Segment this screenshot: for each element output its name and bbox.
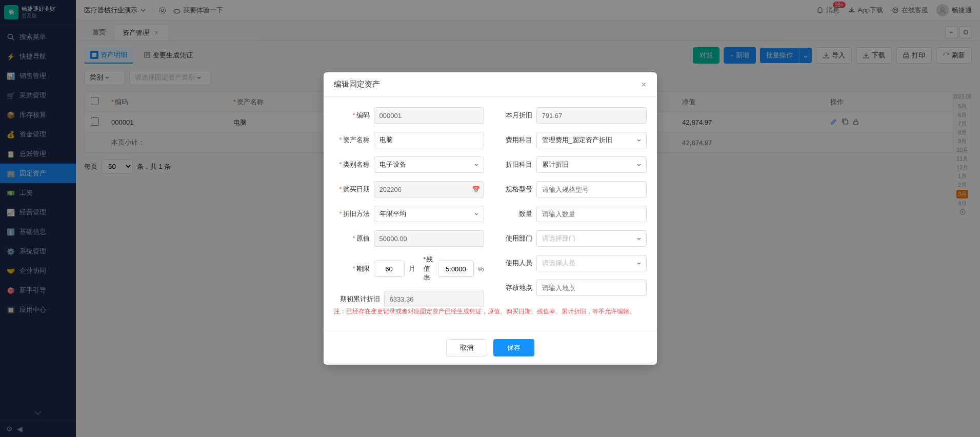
modal-header: 编辑固定资产 × <box>324 72 657 97</box>
calendar-icon: 📅 <box>472 186 480 193</box>
form-right: 本月折旧 费用科目 管理费用_固定资产折旧 折旧科目 <box>496 107 647 307</box>
initial-accumulated-label: 期初累计折旧 <box>334 294 380 304</box>
depreciation-method-value: 年限平均 <box>379 209 406 218</box>
expense-subject-label: 费用科目 <box>496 135 532 145</box>
form-item-code: *编码 <box>334 107 484 124</box>
modal-body: *编码 *资产名称 *类别名称 电子设备 <box>324 97 657 330</box>
expense-subject-value: 管理费用_固定资产折旧 <box>542 135 612 145</box>
modal-overlay: 编辑固定资产 × *编码 *资产名称 <box>0 0 980 437</box>
name-label: *资产名称 <box>334 135 370 145</box>
period-row: 月 *残值率 % <box>374 255 484 283</box>
person-label: 使用人员 <box>496 259 532 268</box>
form-item-quantity: 数量 <box>496 206 647 222</box>
person-placeholder: 请选择人员 <box>542 259 575 268</box>
save-label: 保存 <box>507 344 521 351</box>
form-item-depreciation-method: *折旧方法 年限平均 <box>334 206 484 222</box>
category-label: *类别名称 <box>334 160 370 169</box>
purchase-date-input[interactable] <box>374 181 484 197</box>
spec-label: 规格型号 <box>496 185 532 194</box>
department-placeholder: 请选择部门 <box>542 234 575 243</box>
category-select[interactable]: 电子设备 <box>374 156 484 173</box>
form-item-period: *期限 月 *残值率 % <box>334 255 484 283</box>
edit-asset-modal: 编辑固定资产 × *编码 *资产名称 <box>324 72 657 365</box>
depreciation-subject-label: 折旧科目 <box>496 160 532 169</box>
modal-title: 编辑固定资产 <box>334 80 380 89</box>
form-grid: *编码 *资产名称 *类别名称 电子设备 <box>334 107 647 307</box>
depreciation-subject-select[interactable]: 累计折旧 <box>536 156 647 173</box>
form-item-department: 使用部门 请选择部门 <box>496 230 647 247</box>
location-label: 存放地点 <box>496 283 532 292</box>
form-item-category: *类别名称 电子设备 <box>334 156 484 173</box>
form-item-name: *资产名称 <box>334 132 484 148</box>
form-item-original-value: *原值 <box>334 230 484 247</box>
form-item-expense-subject: 费用科目 管理费用_固定资产折旧 <box>496 132 647 148</box>
purchase-date-wrapper: 📅 <box>374 181 484 197</box>
form-item-monthly-depreciation: 本月折旧 <box>496 107 647 124</box>
form-item-purchase-date: *购买日期 📅 <box>334 181 484 197</box>
depreciation-subject-value: 累计折旧 <box>542 160 569 169</box>
residual-rate-unit: % <box>478 265 484 273</box>
code-input[interactable] <box>374 107 484 124</box>
original-value-label: *原值 <box>334 234 370 243</box>
residual-rate-label: *残值率 <box>424 255 434 283</box>
location-input[interactable] <box>536 280 647 296</box>
person-select[interactable]: 请选择人员 <box>536 255 647 271</box>
monthly-depreciation-label: 本月折旧 <box>496 111 532 120</box>
depreciation-method-dropdown-icon <box>474 213 478 215</box>
note-text: 注：已经存在变更记录或者对应固定资产已经生成凭证，原值、购买日期、残值率、累计折… <box>334 308 635 315</box>
category-dropdown-icon <box>474 164 478 166</box>
expense-dropdown-icon <box>637 139 641 142</box>
period-input[interactable] <box>374 261 405 277</box>
expense-subject-select[interactable]: 管理费用_固定资产折旧 <box>536 132 647 148</box>
depreciation-method-label: *折旧方法 <box>334 209 370 218</box>
period-unit: 月 <box>409 264 415 273</box>
modal-footer: 取消 保存 <box>324 330 657 365</box>
modal-note: 注：已经存在变更记录或者对应固定资产已经生成凭证，原值、购买日期、残值率、累计折… <box>334 307 647 320</box>
quantity-input[interactable] <box>536 206 647 222</box>
code-label: *编码 <box>334 111 370 120</box>
cancel-label: 取消 <box>460 344 473 351</box>
person-dropdown-icon <box>637 262 641 265</box>
cancel-button[interactable]: 取消 <box>446 339 487 356</box>
department-select[interactable]: 请选择部门 <box>536 230 647 247</box>
spec-input[interactable] <box>536 181 647 197</box>
form-item-depreciation-subject: 折旧科目 累计折旧 <box>496 156 647 173</box>
quantity-label: 数量 <box>496 209 532 218</box>
form-left: *编码 *资产名称 *类别名称 电子设备 <box>334 107 484 307</box>
period-label: *期限 <box>334 264 370 273</box>
save-button[interactable]: 保存 <box>493 339 534 356</box>
depreciation-subject-dropdown-icon <box>637 164 641 166</box>
department-dropdown-icon <box>637 237 641 240</box>
residual-rate-input[interactable] <box>438 261 474 277</box>
modal-close-button[interactable]: × <box>641 80 647 89</box>
form-item-location: 存放地点 <box>496 280 647 296</box>
category-value: 电子设备 <box>379 160 406 169</box>
initial-accumulated-input[interactable] <box>384 291 484 307</box>
form-item-initial-accumulated: 期初累计折旧 <box>334 291 484 307</box>
purchase-date-label: *购买日期 <box>334 185 370 194</box>
monthly-depreciation-input[interactable] <box>536 107 647 124</box>
depreciation-method-select[interactable]: 年限平均 <box>374 206 484 222</box>
department-label: 使用部门 <box>496 234 532 243</box>
form-item-person: 使用人员 请选择人员 <box>496 255 647 271</box>
form-item-spec: 规格型号 <box>496 181 647 197</box>
name-input[interactable] <box>374 132 484 148</box>
original-value-input[interactable] <box>374 230 484 247</box>
